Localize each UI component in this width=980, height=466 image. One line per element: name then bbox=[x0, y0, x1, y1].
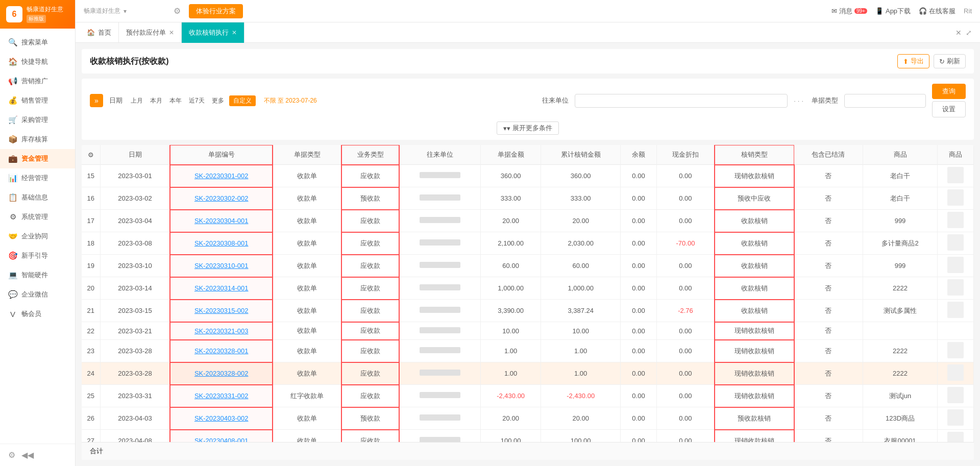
cell-doc-type: 红字收款单 bbox=[273, 385, 341, 407]
sidebar-item-quick-nav[interactable]: 🏠 快捷导航 bbox=[0, 52, 75, 71]
last-month-btn[interactable]: 上月 bbox=[129, 95, 145, 106]
cell-goods-img bbox=[938, 430, 974, 443]
cell-goods-img bbox=[938, 165, 974, 187]
sidebar-item-sales[interactable]: 💰 销售管理 bbox=[0, 91, 75, 110]
cell-biz-type: 应收款 bbox=[341, 210, 399, 232]
guide-label: 新手引导 bbox=[21, 251, 48, 260]
cell-doc-no[interactable]: SK-20230403-002 bbox=[170, 407, 273, 430]
cell-settled: 否 bbox=[794, 255, 863, 277]
cell-doc-no[interactable]: SK-20230301-002 bbox=[170, 165, 273, 187]
marketing-icon: 📢 bbox=[8, 77, 17, 86]
sidebar-item-basic[interactable]: 📋 基础信息 bbox=[0, 188, 75, 207]
settings-button[interactable]: 设置 bbox=[932, 101, 966, 117]
app-download-action[interactable]: 📱 App下载 bbox=[875, 7, 911, 16]
cell-goods: 多计量商品2 bbox=[863, 232, 938, 255]
expand-conditions-button[interactable]: ▾▾ 展开更多条件 bbox=[497, 121, 559, 135]
cell-doc-no[interactable]: SK-20230328-002 bbox=[170, 362, 273, 385]
cell-goods: 123D商品 bbox=[863, 407, 938, 430]
unit-filter-input[interactable] bbox=[575, 94, 788, 108]
sidebar-item-system[interactable]: ⚙ 系统管理 bbox=[0, 207, 75, 227]
doc-type-select[interactable] bbox=[844, 94, 926, 108]
this-month-btn[interactable]: 本月 bbox=[148, 95, 164, 106]
cell-doc-no[interactable]: SK-20230315-002 bbox=[170, 300, 273, 322]
sidebar-item-hardware[interactable]: 💻 智能硬件 bbox=[0, 265, 75, 285]
sidebar-item-inventory[interactable]: 📦 库存核算 bbox=[0, 130, 75, 149]
cell-verify-type: 预收款核销 bbox=[715, 407, 794, 430]
settings-icon[interactable]: ⚙ bbox=[8, 450, 15, 460]
topbar-gear-icon[interactable]: ⚙ bbox=[174, 6, 181, 16]
cell-date: 2023-03-10 bbox=[100, 255, 170, 277]
topbar-brand: 畅康道好生意 ▾ bbox=[84, 7, 165, 15]
cell-balance: 0.00 bbox=[621, 430, 657, 443]
tab-collection-close[interactable]: ✕ bbox=[232, 29, 237, 36]
refresh-button[interactable]: ↻ 刷新 bbox=[934, 54, 966, 68]
table-row: 27 2023-04-08 SK-20230408-001 收款单 应收款 10… bbox=[82, 430, 974, 443]
cell-verified: 20.00 bbox=[541, 210, 621, 232]
cell-goods-img bbox=[938, 255, 974, 277]
quick-nav-label: 快捷导航 bbox=[21, 57, 48, 66]
cell-doc-no[interactable]: SK-20230331-002 bbox=[170, 385, 273, 407]
sidebar-item-guide[interactable]: 🎯 新手引导 bbox=[0, 246, 75, 265]
sidebar-item-finance[interactable]: 💼 资金管理 bbox=[0, 149, 75, 168]
sidebar-item-marketing[interactable]: 📢 营销推广 bbox=[0, 71, 75, 91]
cell-doc-no[interactable]: SK-20230314-001 bbox=[170, 277, 273, 300]
sidebar-item-operation[interactable]: 📊 经营管理 bbox=[0, 168, 75, 188]
cell-doc-no[interactable]: SK-20230308-001 bbox=[170, 232, 273, 255]
last-7-days-btn[interactable]: 近7天 bbox=[187, 95, 207, 106]
sidebar-logo: 6 畅康道好生意 标推版 bbox=[0, 0, 75, 29]
cell-date: 2023-03-21 bbox=[100, 322, 170, 340]
cell-goods: 测试多属性 bbox=[863, 300, 938, 322]
cell-verify-type: 收款核销 bbox=[715, 210, 794, 232]
query-button[interactable]: 查询 bbox=[932, 84, 966, 99]
expand-tab-icon[interactable]: ⤢ bbox=[966, 29, 972, 37]
cell-discount: -2.76 bbox=[656, 300, 714, 322]
sidebar-item-enterprise[interactable]: 🤝 企业协同 bbox=[0, 227, 75, 246]
tabs-controls: ✕ ⤢ bbox=[951, 29, 976, 37]
collapse-icon[interactable]: ◀◀ bbox=[21, 450, 34, 460]
cell-discount: 0.00 bbox=[656, 340, 714, 362]
cell-doc-type: 收款单 bbox=[273, 362, 341, 385]
user-name[interactable]: Rit bbox=[964, 7, 972, 15]
cell-doc-no[interactable]: SK-20230310-001 bbox=[170, 255, 273, 277]
export-button[interactable]: ⬆ 导出 bbox=[897, 54, 929, 68]
tab-home[interactable]: 🏠 首页 bbox=[80, 22, 119, 43]
cell-amount: 360.00 bbox=[481, 165, 541, 187]
cell-goods-img bbox=[938, 322, 974, 340]
th-date: 日期 bbox=[100, 145, 170, 165]
cell-doc-no[interactable]: SK-20230321-003 bbox=[170, 322, 273, 340]
cell-verify-type: 现销收款核销 bbox=[715, 322, 794, 340]
sidebar-item-member[interactable]: V 畅会员 bbox=[0, 304, 75, 324]
sidebar-item-search[interactable]: 🔍 搜索菜单 bbox=[0, 33, 75, 52]
sidebar-item-wechat[interactable]: 💬 企业微信 bbox=[0, 285, 75, 304]
cell-no: 23 bbox=[82, 340, 100, 362]
close-tab-icon[interactable]: ✕ bbox=[955, 29, 962, 37]
inventory-label: 库存核算 bbox=[21, 135, 48, 144]
sidebar-item-purchase[interactable]: 🛒 采购管理 bbox=[0, 110, 75, 130]
message-action[interactable]: ✉ 消息 99+ bbox=[831, 7, 867, 16]
tab-collection[interactable]: 收款核销执行 ✕ bbox=[182, 22, 244, 43]
cell-doc-no[interactable]: SK-20230302-002 bbox=[170, 187, 273, 210]
online-service-action[interactable]: 🎧 在线客服 bbox=[919, 7, 955, 16]
data-table-container: ⚙ 日期 单据编号 单据类型 业务类型 往来单位 单据金额 累计核销金额 余额 … bbox=[82, 145, 974, 460]
cell-verify-type: 现销收款核销 bbox=[715, 340, 794, 362]
more-date-btn[interactable]: 更多 bbox=[210, 95, 226, 106]
filter-bar: » 日期 上月 本月 本年 近7天 更多 自定义 不限 至 2023-07-26… bbox=[82, 79, 974, 140]
cell-verified: 20.00 bbox=[541, 407, 621, 430]
table-wrapper[interactable]: ⚙ 日期 单据编号 单据类型 业务类型 往来单位 单据金额 累计核销金额 余额 … bbox=[82, 145, 974, 442]
cell-doc-no[interactable]: SK-20230408-001 bbox=[170, 430, 273, 443]
cell-doc-no[interactable]: SK-20230304-001 bbox=[170, 210, 273, 232]
solution-button[interactable]: 体验行业方案 bbox=[189, 4, 243, 18]
topbar-brand-arrow: ▾ bbox=[124, 8, 127, 15]
cell-no: 22 bbox=[82, 322, 100, 340]
message-icon: ✉ bbox=[831, 7, 837, 15]
cell-amount: 1,000.00 bbox=[481, 277, 541, 300]
tab-prepayment[interactable]: 预付款应付单 ✕ bbox=[119, 22, 182, 43]
filter-date-buttons: 上月 本月 本年 近7天 更多 自定义 bbox=[129, 95, 256, 106]
filter-toggle-button[interactable]: » bbox=[90, 94, 103, 107]
page-header: 收款核销执行(按收款) ⬆ 导出 ↻ 刷新 bbox=[82, 49, 974, 73]
this-year-btn[interactable]: 本年 bbox=[167, 95, 184, 106]
filter-row-1: » 日期 上月 本月 本年 近7天 更多 自定义 不限 至 2023-07-26… bbox=[90, 84, 966, 117]
custom-date-btn[interactable]: 自定义 bbox=[229, 95, 256, 106]
tab-prepayment-close[interactable]: ✕ bbox=[169, 29, 174, 36]
cell-doc-no[interactable]: SK-20230328-001 bbox=[170, 340, 273, 362]
